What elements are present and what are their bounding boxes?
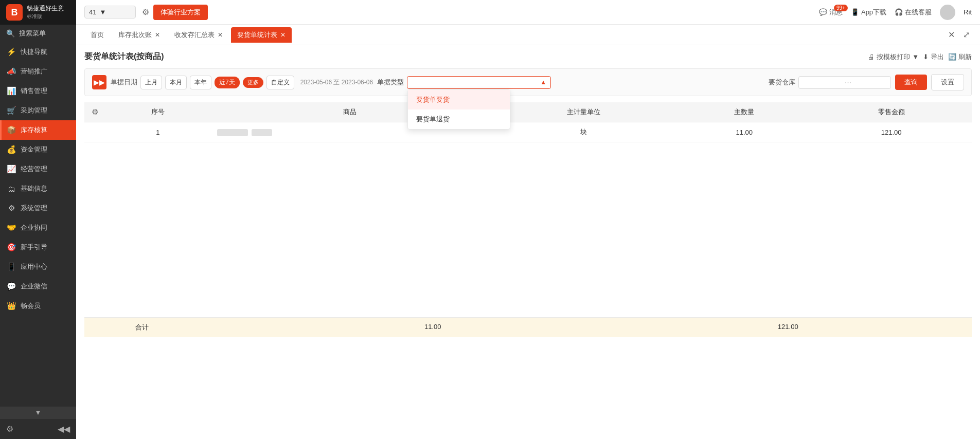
table-header-row: ⚙ 序号 商品 主计量单位 主数量 零售金额	[84, 102, 972, 122]
purchase-label: 采购管理	[21, 106, 47, 115]
cell-unit: 块	[489, 122, 678, 142]
filter-expand-btn[interactable]: ▶▶	[92, 75, 106, 89]
page-title: 要货单统计表(按商品)	[84, 51, 164, 62]
app-center-label: 应用中心	[21, 262, 47, 271]
sales-icon: 📊	[6, 86, 16, 96]
cell-quantity: 11.00	[678, 122, 811, 142]
query-btn[interactable]: 查询	[895, 75, 927, 90]
sidebar-item-quick-nav[interactable]: ⚡ 快捷导航	[0, 42, 76, 62]
basic-info-icon: 🗂	[6, 185, 16, 193]
export-icon: ⬇	[923, 53, 929, 61]
quick-nav-icon: ⚡	[6, 47, 16, 57]
dropdown-item-requisition-return[interactable]: 要货单退货	[408, 109, 510, 129]
app-sub: 标准版	[27, 13, 64, 20]
app-download-label: App下载	[861, 8, 886, 17]
template-print-btn[interactable]: 🖨 按模板打印 ▼	[868, 52, 919, 62]
print-icon: 🖨	[868, 53, 875, 61]
selector-chevron-icon: ▼	[99, 8, 106, 16]
enterprise-label: 企业协同	[21, 223, 47, 232]
type-filter-text[interactable]	[412, 79, 540, 86]
data-table: ⚙ 序号 商品 主计量单位 主数量 零售金额 1	[84, 102, 972, 142]
footer-label: 合计	[91, 323, 193, 332]
tab-receivable-summary[interactable]: 收发存汇总表 ✕	[168, 27, 229, 43]
col-amount: 零售金额	[811, 102, 972, 122]
sidebar-item-purchase[interactable]: 🛒 采购管理	[0, 101, 76, 120]
tabbar: 首页 库存批次账 ✕ 收发存汇总表 ✕ 要货单统计表 ✕ ✕ ⤢	[76, 25, 980, 45]
type-filter-label: 单据类型	[377, 78, 404, 87]
dropdown-item-requisition-order[interactable]: 要货单要货	[408, 90, 510, 109]
tab-requisition-stats[interactable]: 要货单统计表 ✕	[231, 27, 292, 43]
refresh-btn[interactable]: 🔄 刷新	[948, 52, 972, 62]
online-service-btn[interactable]: 🎧 在线客服	[895, 8, 932, 17]
sidebar-item-app-center[interactable]: 📱 应用中心	[0, 257, 76, 277]
sidebar-item-guide[interactable]: 🎯 新手引导	[0, 237, 76, 257]
messages-btn[interactable]: 💬 消息 99+	[819, 8, 843, 17]
date-btn-this-year[interactable]: 本年	[190, 76, 211, 89]
type-filter-chevron-icon[interactable]: ▲	[540, 79, 546, 86]
members-icon: 👑	[6, 301, 16, 310]
sidebar-item-finance[interactable]: 💰 资金管理	[0, 140, 76, 159]
sidebar-item-sales[interactable]: 📊 销售管理	[0, 81, 76, 101]
date-btn-this-month[interactable]: 本月	[165, 76, 187, 89]
requisition-stats-close-icon[interactable]: ✕	[280, 31, 286, 39]
table-footer: 合计 11.00 121.00	[84, 317, 972, 337]
inventory-label: 库存核算	[21, 125, 47, 135]
type-filter-input[interactable]: ▲ 要货单要货 要货单退货	[407, 76, 551, 89]
receivable-summary-close-icon[interactable]: ✕	[218, 31, 223, 39]
warehouse-filter-input[interactable]: ⋯	[798, 76, 891, 89]
col-quantity: 主数量	[678, 102, 811, 122]
sidebar-item-marketing[interactable]: 📣 营销推广	[0, 62, 76, 81]
tab-home[interactable]: 首页	[84, 27, 110, 43]
sidebar-search[interactable]: 🔍 搜索菜单	[0, 25, 76, 42]
tab-close-all-btn[interactable]: ✕	[946, 28, 957, 42]
type-filter-group: 单据类型 ▲ 要货单要货 要货单退货	[377, 76, 551, 89]
app-download-btn[interactable]: 📱 App下载	[851, 8, 886, 17]
page-header-actions: 🖨 按模板打印 ▼ ⬇ 导出 🔄 刷新	[868, 52, 972, 62]
cell-settings	[84, 122, 105, 142]
sidebar-logo: B 畅捷通好生意 标准版	[0, 0, 76, 25]
settings-icon[interactable]: ⚙	[6, 424, 13, 434]
trial-btn[interactable]: 体验行业方案	[153, 5, 208, 20]
finance-icon: 💰	[6, 145, 16, 154]
date-btn-more[interactable]: 更多	[243, 77, 263, 88]
purchase-icon: 🛒	[6, 106, 16, 115]
filter-settings-btn[interactable]: 设置	[931, 74, 964, 90]
warehouse-more-icon[interactable]: ⋯	[845, 79, 886, 86]
topbar: 41 ▼ ⚙ 体验行业方案 💬 消息 99+ 📱 App下载 🎧 在线客服 Ri…	[76, 0, 980, 25]
sidebar-item-inventory[interactable]: 📦 库存核算	[0, 120, 76, 140]
sidebar-item-operations[interactable]: 📈 经营管理	[0, 159, 76, 179]
col-settings[interactable]: ⚙	[84, 102, 105, 122]
inventory-batch-label: 库存批次账	[118, 30, 152, 40]
user-avatar[interactable]	[940, 5, 955, 20]
inventory-batch-close-icon[interactable]: ✕	[155, 31, 160, 39]
company-selector[interactable]: 41 ▼	[84, 6, 136, 19]
collapse-icon[interactable]: ◀◀	[58, 424, 70, 434]
topbar-settings-icon[interactable]: ⚙	[142, 7, 149, 17]
page-header: 要货单统计表(按商品) 🖨 按模板打印 ▼ ⬇ 导出 🔄 刷新	[84, 51, 972, 62]
date-btn-recent-7days[interactable]: 近7天	[215, 77, 240, 88]
sidebar-scroll-down[interactable]: ▼	[0, 407, 76, 418]
marketing-label: 营销推广	[21, 67, 47, 76]
sidebar-item-members[interactable]: 👑 畅会员	[0, 296, 76, 316]
tab-expand-btn[interactable]: ⤢	[961, 28, 972, 42]
date-btn-custom[interactable]: 自定义	[266, 76, 294, 89]
sidebar-item-enterprise-wechat[interactable]: 💬 企业微信	[0, 277, 76, 296]
sidebar-item-enterprise[interactable]: 🤝 企业协同	[0, 218, 76, 237]
warehouse-filter-label: 要货仓库	[769, 78, 795, 87]
sidebar-item-system[interactable]: ⚙ 系统管理	[0, 198, 76, 218]
username: Rit	[964, 8, 972, 16]
operations-label: 经营管理	[21, 164, 47, 174]
page-content: 要货单统计表(按商品) 🖨 按模板打印 ▼ ⬇ 导出 🔄 刷新	[76, 45, 980, 439]
tabbar-actions: ✕ ⤢	[946, 28, 972, 42]
filter-row: ▶▶ 单据日期 上月 本月 本年 近7天 更多 自定义 2023-05-06 至…	[92, 74, 964, 90]
date-btn-last-month[interactable]: 上月	[140, 76, 162, 89]
sidebar-item-basic-info[interactable]: 🗂 基础信息	[0, 179, 76, 198]
footer-quantity: 11.00	[255, 323, 611, 332]
tab-inventory-batch[interactable]: 库存批次账 ✕	[112, 27, 166, 43]
date-filter-group: 单据日期 上月 本月 本年 近7天 更多 自定义	[111, 76, 294, 89]
product-code-blurred	[252, 129, 272, 136]
system-label: 系统管理	[21, 204, 47, 213]
receivable-summary-label: 收发存汇总表	[174, 30, 215, 40]
table-container: ⚙ 序号 商品 主计量单位 主数量 零售金额 1	[84, 102, 972, 142]
export-btn[interactable]: ⬇ 导出	[923, 52, 944, 62]
